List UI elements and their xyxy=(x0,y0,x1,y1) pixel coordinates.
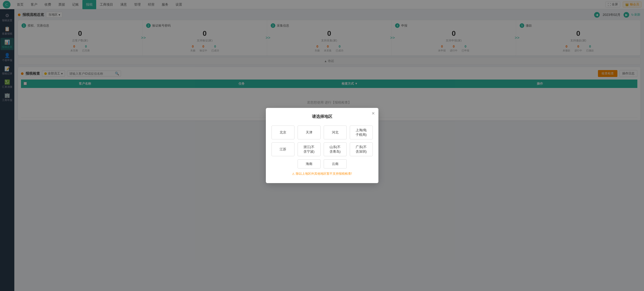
modal-close-button[interactable]: ✕ xyxy=(372,111,375,116)
warning-message: ⚠ 除以上地区外其他地区暂不支持报税检查! xyxy=(273,172,371,176)
region-btn-beijing[interactable]: 北京 xyxy=(271,126,294,139)
region-row-1: 江苏 浙江(不含宁波) 山东(不含青岛) 广东(不含深圳) xyxy=(273,142,371,156)
region-btn-shanghai[interactable]: 上海(电子税局) xyxy=(350,126,373,139)
region-select-modal: ✕ 请选择地区 北京 天津 河北 上海(电子税局) 江苏 浙江(不含宁波) 山东… xyxy=(266,108,378,183)
warning-text-content: 除以上地区外其他地区暂不支持报税检查! xyxy=(296,172,352,176)
region-row-0: 北京 天津 河北 上海(电子税局) xyxy=(273,126,371,139)
region-btn-yunnan[interactable]: 云南 xyxy=(324,159,347,169)
region-btn-hainan[interactable]: 海南 xyxy=(298,159,321,169)
region-row-2: 海南 云南 xyxy=(273,159,371,169)
region-btn-guangdong[interactable]: 广东(不含深圳) xyxy=(350,142,373,156)
warning-icon: ⚠ xyxy=(292,172,295,176)
modal-title: 请选择地区 xyxy=(273,114,371,119)
region-btn-jiangsu[interactable]: 江苏 xyxy=(271,142,294,156)
region-btn-shandong[interactable]: 山东(不含青岛) xyxy=(324,142,347,156)
region-btn-tianjin[interactable]: 天津 xyxy=(298,126,321,139)
region-btn-zhejiang[interactable]: 浙江(不含宁波) xyxy=(298,142,321,156)
modal-overlay[interactable]: ✕ 请选择地区 北京 天津 河北 上海(电子税局) 江苏 浙江(不含宁波) 山东… xyxy=(0,0,644,291)
region-btn-hebei[interactable]: 河北 xyxy=(324,126,347,139)
